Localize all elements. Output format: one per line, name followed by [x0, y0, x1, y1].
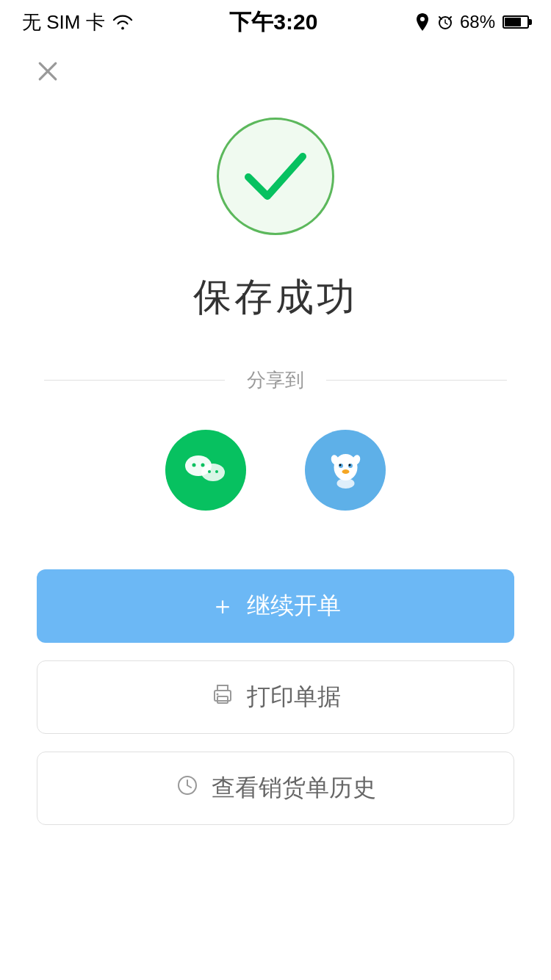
svg-point-6 [192, 463, 195, 466]
svg-point-16 [342, 469, 349, 474]
close-button[interactable] [29, 53, 66, 90]
history-icon [175, 773, 200, 804]
wechat-share-button[interactable] [165, 430, 246, 511]
wifi-icon [112, 14, 133, 30]
share-divider: 分享到 [0, 367, 551, 393]
action-buttons: ＋ 继续开单 打印单据 查看销货单历史 [0, 569, 551, 825]
svg-point-14 [339, 464, 341, 466]
svg-rect-20 [217, 696, 228, 703]
qq-icon [322, 447, 370, 494]
status-bar: 无 SIM 卡 下午3:20 68% [0, 0, 551, 44]
svg-point-7 [201, 463, 204, 466]
main-content: 保存成功 分享到 [0, 44, 551, 825]
qq-share-button[interactable] [305, 430, 386, 511]
battery-percent: 68% [460, 12, 495, 32]
success-circle [217, 118, 334, 235]
carrier-text: 无 SIM 卡 [22, 10, 105, 35]
checkmark-icon [242, 149, 309, 204]
share-row [165, 430, 386, 511]
clock-icon-svg [175, 773, 200, 798]
svg-point-9 [215, 470, 218, 473]
plus-icon: ＋ [210, 589, 235, 623]
close-icon [35, 58, 61, 84]
svg-point-15 [348, 464, 350, 466]
location-icon [414, 12, 431, 32]
svg-point-5 [201, 464, 225, 481]
history-label: 查看销货单历史 [212, 772, 376, 804]
divider-left [44, 380, 225, 381]
svg-point-21 [217, 693, 219, 696]
status-right: 68% [414, 12, 529, 32]
battery-icon [503, 15, 529, 29]
printer-icon-svg [210, 682, 235, 707]
share-label: 分享到 [225, 367, 326, 393]
print-label: 打印单据 [247, 681, 341, 713]
print-button[interactable]: 打印单据 [37, 660, 514, 734]
svg-point-8 [208, 470, 211, 473]
svg-point-0 [420, 17, 425, 21]
success-title: 保存成功 [193, 272, 358, 323]
history-button[interactable]: 查看销货单历史 [37, 752, 514, 825]
continue-button[interactable]: ＋ 继续开单 [37, 569, 514, 643]
status-time: 下午3:20 [229, 7, 317, 37]
alarm-icon [436, 13, 454, 31]
print-icon [210, 682, 235, 713]
continue-label: 继续开单 [247, 590, 341, 622]
svg-point-11 [336, 478, 354, 489]
wechat-icon [182, 450, 230, 491]
divider-right [326, 380, 507, 381]
status-carrier: 无 SIM 卡 [22, 10, 133, 35]
